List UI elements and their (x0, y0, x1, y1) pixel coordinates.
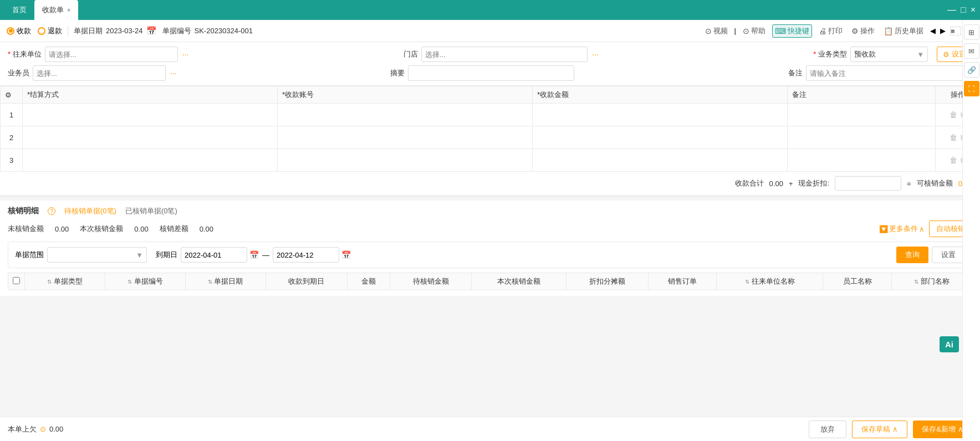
done-tab[interactable]: 已核销单据(0笔) (125, 206, 177, 216)
row2-amount[interactable] (532, 126, 787, 149)
link-icon: 🔗 (967, 66, 976, 74)
amount-info-icon[interactable]: ⊙ (40, 425, 46, 433)
filter-settings-button[interactable]: 设置 (932, 247, 965, 263)
email-icon: ✉ (968, 47, 974, 55)
operation-icon: ⚙ (851, 27, 859, 35)
sidebar-email-icon-btn[interactable]: ✉ (964, 43, 979, 59)
calendar-to-icon[interactable]: 📅 (341, 250, 351, 259)
verify-info-icon[interactable]: ? (48, 207, 55, 215)
col-doc-date: ⇅ 单据日期 (185, 273, 266, 290)
col-checkbox (8, 273, 25, 290)
total-label: 收款合计 (735, 178, 764, 188)
nav-next-icon[interactable]: ▶ (940, 27, 946, 35)
col-sales-order: 销售订单 (648, 273, 717, 290)
radio-receipt-dot (7, 27, 14, 35)
pending-tab[interactable]: 待核销单据(0笔) (64, 206, 116, 216)
row2-account[interactable] (277, 126, 532, 149)
business-type-select[interactable]: 预收款 ▼ (850, 47, 928, 62)
row-num-1: 1 (1, 104, 23, 126)
sidebar-expand-icon-btn[interactable]: ⛶ (964, 81, 979, 96)
discount-input[interactable] (835, 176, 901, 191)
abstract-input[interactable] (408, 65, 574, 81)
row2-settlement[interactable] (23, 126, 278, 149)
verify-title: 核销明细 (8, 206, 39, 216)
store-field: 门店 ··· (404, 47, 599, 62)
ai-badge[interactable]: Ai (940, 336, 959, 352)
filter-row: 单据范围 ▼ 到期日 📅 — 📅 查询 设置 (8, 242, 972, 268)
business-type-label: 业务类型 (813, 49, 847, 59)
footer-buttons: 放弃 保存草稿 ∧ 保存&新增 ∧ (809, 421, 972, 438)
tab-home[interactable]: 首页 (4, 0, 34, 20)
row1-delete-icon[interactable]: 🗑 (950, 110, 957, 119)
col-account: *收款账号 (277, 86, 532, 104)
remark-input[interactable] (806, 65, 972, 81)
operation-label: 操作 (860, 26, 875, 36)
row1-amount[interactable] (532, 104, 787, 126)
abandon-button[interactable]: 放弃 (809, 421, 846, 438)
date-from-input[interactable] (181, 247, 247, 263)
video-label: 视频 (713, 26, 728, 36)
query-button[interactable]: 查询 (896, 247, 928, 263)
row1-settlement[interactable] (23, 104, 278, 126)
filter-icon: 🔽 (879, 225, 888, 233)
row3-settlement[interactable] (23, 149, 278, 172)
row2-remark[interactable] (787, 126, 935, 149)
discount-label: 现金折扣: (798, 178, 829, 188)
row3-delete-icon[interactable]: 🗑 (950, 156, 957, 165)
help-btn[interactable]: ⊙ 帮助 (741, 25, 768, 37)
date-calendar-icon[interactable]: 📅 (146, 26, 157, 36)
filter-buttons: 查询 设置 (896, 247, 965, 263)
row3-amount[interactable] (532, 149, 787, 172)
table-settings-header[interactable]: ⚙ (1, 86, 23, 104)
radio-refund-dot (38, 27, 45, 35)
number-field: 单据编号 SK-20230324-001 (162, 26, 253, 36)
summary-row: 收款合计 0.00 + 现金折扣: = 可核销金额 0.00 (0, 172, 980, 195)
more-conditions-btn[interactable]: 🔽 更多条件 ∧ (879, 224, 925, 234)
radio-receipt[interactable]: 收款 (7, 26, 31, 36)
row2-delete-icon[interactable]: 🗑 (950, 133, 957, 142)
col-employee: 员工名称 (823, 273, 892, 290)
nav-prev-icon[interactable]: ◀ (930, 27, 936, 35)
salesperson-more-btn[interactable]: ··· (170, 69, 177, 78)
operation-btn[interactable]: ⚙ 操作 (849, 25, 877, 37)
row3-account[interactable] (277, 149, 532, 172)
store-input[interactable] (421, 47, 588, 62)
col-amount: 金额 (347, 273, 390, 290)
sidebar-table-icon-btn[interactable]: ⊞ (964, 24, 979, 40)
row1-remark[interactable] (787, 104, 935, 126)
minimize-btn[interactable]: — (947, 5, 956, 15)
row-num-3: 3 (1, 149, 23, 172)
shortcut-label: 快捷键 (788, 26, 809, 36)
calendar-from-icon[interactable]: 📅 (249, 250, 259, 259)
range-field: 单据范围 ▼ (15, 247, 147, 263)
print-btn[interactable]: 🖨 打印 (816, 25, 845, 37)
footer: 本单上欠 ⊙ 0.00 放弃 保存草稿 ∧ 保存&新增 ∧ (0, 417, 980, 441)
history-btn[interactable]: 📋 历史单据 (881, 25, 926, 37)
video-btn[interactable]: ⊙ 视频 (703, 25, 730, 37)
range-select[interactable]: ▼ (47, 247, 147, 263)
close-btn[interactable]: × (971, 5, 976, 15)
select-all-checkbox[interactable] (13, 277, 20, 284)
store-more-btn[interactable]: ··· (592, 50, 599, 59)
save-draft-button[interactable]: 保存草稿 ∧ (852, 421, 907, 438)
maximize-btn[interactable]: □ (961, 5, 966, 15)
date-to-input[interactable] (273, 247, 339, 263)
plus-sign: + (789, 180, 793, 188)
save-new-label: 保存&新增 (922, 424, 956, 434)
salesperson-input[interactable] (33, 65, 166, 81)
col-amount: *收款金额 (532, 86, 787, 104)
grid-icon-list[interactable]: ≡ (950, 27, 961, 35)
counterpart-input[interactable] (45, 47, 178, 62)
unverified-label: 未核销金额 (8, 224, 44, 234)
shortcut-btn[interactable]: ⌨ 快捷键 (772, 24, 812, 38)
row3-remark[interactable] (787, 149, 935, 172)
tab-receipt[interactable]: 收款单 × (34, 0, 78, 20)
form-area: 往来单位 ··· 门店 ··· 业务类型 预收款 ▼ ⚙ 设置 业务员 ··· (0, 42, 980, 86)
row1-account[interactable] (277, 104, 532, 126)
tab-receipt-close[interactable]: × (67, 7, 70, 13)
sidebar-link-icon-btn[interactable]: 🔗 (964, 62, 979, 78)
col-partner: ⇅ 往来单位名称 (717, 273, 823, 290)
counterpart-more-btn[interactable]: ··· (182, 50, 189, 59)
verify-actions: 🔽 更多条件 ∧ 自动核销 (879, 221, 972, 237)
radio-refund[interactable]: 退款 (38, 26, 62, 36)
